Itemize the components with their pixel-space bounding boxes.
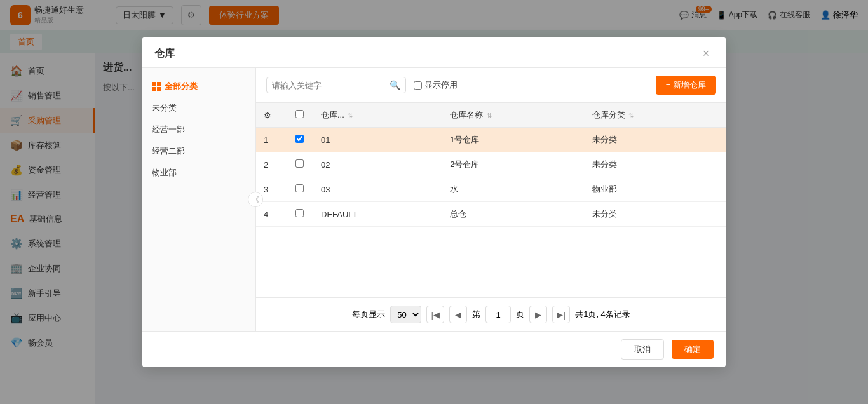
row-checkbox[interactable] — [288, 177, 313, 202]
total-info: 共1页, 4条记录 — [575, 309, 630, 320]
show-disabled-checkbox[interactable]: 显示停用 — [414, 79, 458, 91]
warehouse-table: ⚙ 仓库... ⇅ 仓库名称 — [256, 103, 726, 297]
col-name[interactable]: 仓库名称 ⇅ — [442, 103, 584, 128]
prev-page-button[interactable]: ◀ — [449, 306, 467, 323]
category-operations2[interactable]: 经营二部 — [142, 140, 255, 162]
row-category: 未分类 — [585, 152, 726, 177]
name-sort-icon: ⇅ — [487, 112, 492, 119]
page-input[interactable] — [485, 306, 511, 323]
svg-rect-3 — [157, 87, 161, 91]
row-category: 物业部 — [585, 177, 726, 202]
row-check[interactable] — [295, 159, 304, 168]
add-warehouse-button[interactable]: + 新增仓库 — [656, 76, 716, 95]
settings-col-icon: ⚙ — [264, 111, 271, 120]
show-disabled-label: 显示停用 — [424, 79, 458, 91]
code-sort-icon: ⇅ — [348, 112, 353, 119]
col-category-label: 仓库分类 — [592, 110, 625, 119]
per-page-select[interactable]: 50 — [390, 306, 421, 323]
col-checkbox — [288, 103, 313, 128]
warehouse-panel: 🔍 显示停用 + 新增仓库 — [256, 68, 726, 331]
row-name: 水 — [442, 177, 584, 202]
search-box: 🔍 — [266, 77, 406, 93]
row-checkbox[interactable] — [288, 152, 313, 177]
show-disabled-check[interactable] — [414, 81, 422, 90]
row-no: 4 — [256, 202, 288, 227]
all-categories-label: 全部分类 — [165, 81, 198, 92]
svg-rect-0 — [152, 82, 156, 86]
modal-toolbar: 🔍 显示停用 + 新增仓库 — [256, 68, 726, 103]
table-row[interactable]: 2 02 2号仓库 未分类 — [256, 152, 726, 177]
category-operations1[interactable]: 经营一部 — [142, 119, 255, 140]
modal-title: 仓库 — [154, 47, 175, 60]
col-code[interactable]: 仓库... ⇅ — [313, 103, 442, 128]
category-panel: 《 全部分类 未分类 经营一部 经营二部 物业部 — [142, 68, 256, 331]
table-header-row: ⚙ 仓库... ⇅ 仓库名称 — [256, 103, 726, 128]
last-page-button[interactable]: ▶| — [552, 306, 570, 323]
row-no: 2 — [256, 152, 288, 177]
svg-rect-2 — [152, 87, 156, 91]
row-category: 未分类 — [585, 128, 726, 152]
modal-footer: 取消 确定 — [142, 331, 726, 367]
search-icon[interactable]: 🔍 — [390, 80, 400, 90]
category-sort-icon: ⇅ — [628, 112, 634, 119]
row-no: 1 — [256, 128, 288, 152]
svg-rect-1 — [157, 82, 161, 86]
grid-icon — [152, 82, 161, 91]
row-code: DEFAULT — [313, 202, 442, 227]
row-checkbox[interactable] — [288, 128, 313, 152]
search-input[interactable] — [272, 81, 386, 90]
table-row[interactable]: 4 DEFAULT 总仓 未分类 — [256, 202, 726, 227]
col-code-label: 仓库... — [321, 110, 344, 119]
pagination: 每页显示 50 |◀ ◀ 第 页 ▶ ▶| 共1页, 4条记录 — [256, 297, 726, 331]
next-page-button[interactable]: ▶ — [529, 306, 547, 323]
row-name: 2号仓库 — [442, 152, 584, 177]
modal-close-button[interactable]: × — [698, 46, 714, 61]
per-page-label: 每页显示 — [352, 309, 385, 320]
category-property[interactable]: 物业部 — [142, 162, 255, 184]
row-checkbox[interactable] — [288, 202, 313, 227]
row-code: 01 — [313, 128, 442, 152]
modal-header: 仓库 × — [142, 37, 726, 68]
select-all-checkbox[interactable] — [295, 110, 304, 118]
row-check[interactable] — [295, 184, 304, 192]
row-name: 1号仓库 — [442, 128, 584, 152]
row-check[interactable] — [295, 209, 304, 217]
table-row[interactable]: 3 03 水 物业部 — [256, 177, 726, 202]
row-code: 03 — [313, 177, 442, 202]
row-name: 总仓 — [442, 202, 584, 227]
row-code: 02 — [313, 152, 442, 177]
collapse-panel-button[interactable]: 《 — [248, 192, 263, 207]
page-unit: 页 — [516, 309, 524, 320]
col-category[interactable]: 仓库分类 ⇅ — [585, 103, 726, 128]
modal-body: 《 全部分类 未分类 经营一部 经营二部 物业部 — [142, 68, 726, 331]
warehouse-modal: 仓库 × 《 全部分类 未分类 经营一部 经营二部 — [142, 37, 726, 367]
modal-overlay: 仓库 × 《 全部分类 未分类 经营一部 经营二部 — [0, 0, 868, 404]
cancel-button[interactable]: 取消 — [621, 339, 664, 360]
all-categories[interactable]: 全部分类 — [142, 76, 255, 97]
row-check[interactable] — [295, 135, 304, 143]
row-category: 未分类 — [585, 202, 726, 227]
page-label: 第 — [472, 309, 480, 320]
col-settings: ⚙ — [256, 103, 288, 128]
table-row[interactable]: 1 01 1号仓库 未分类 — [256, 128, 726, 152]
first-page-button[interactable]: |◀ — [426, 306, 444, 323]
col-name-label: 仓库名称 — [450, 110, 483, 119]
confirm-button[interactable]: 确定 — [672, 340, 714, 359]
category-unclassified[interactable]: 未分类 — [142, 97, 255, 119]
